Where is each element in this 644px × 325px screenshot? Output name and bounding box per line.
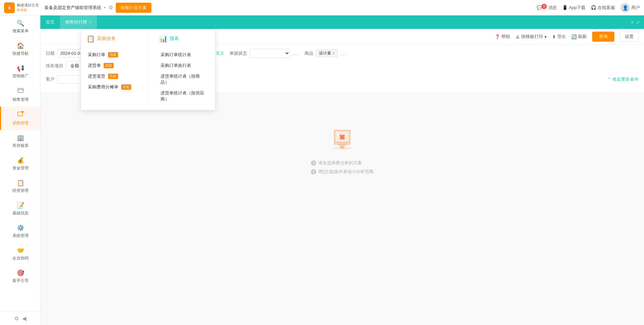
purchase-dropdown: 📋 采购业务 采购订单 历史 进货单 历史 进货退货 历史 采购费用分摊单 <box>81 29 215 110</box>
dropdown-item-inbound[interactable]: 进货单 历史 <box>86 60 137 71</box>
tab-close-icon[interactable]: × <box>89 20 92 25</box>
export-label: 导出 <box>557 34 566 40</box>
dropdown-label-purchase-order-stat: 采购订单统计表 <box>160 52 191 58</box>
print-label: 按模板打印 <box>521 34 543 40</box>
customer-label: 客户 <box>46 76 55 82</box>
sidebar-item-marketing[interactable]: 📢 营销推广 <box>0 60 40 83</box>
marketing-icon: 📢 <box>17 65 24 72</box>
sidebar-item-inventory[interactable]: 🏢 库存核算 <box>0 130 40 153</box>
sidebar-settings-btn[interactable]: ⚙ <box>14 315 19 322</box>
purchase-icon <box>17 111 24 119</box>
date-label: 日期 <box>46 50 55 56</box>
print-icon: 🖨 <box>515 34 520 39</box>
dropdown-purchase-title: 📋 采购业务 <box>86 35 137 45</box>
goods-tag: 设计素 × <box>316 49 338 57</box>
purchase-col-icon: 📋 <box>86 35 95 43</box>
sidebar-item-basic-info[interactable]: 📝 基础信息 <box>0 198 40 220</box>
dropdown-item-inbound-stat-supplier[interactable]: 进货单统计表（按供应商） <box>159 88 210 105</box>
dropdown-label-inbound: 进货单 <box>88 63 101 69</box>
app-download-label: App下载 <box>569 5 585 11</box>
sidebar-label-sales: 销售管理 <box>12 97 29 103</box>
dropdown-item-purchase-order-exec[interactable]: 采购订单执行表 <box>159 60 210 71</box>
sidebar-item-guide[interactable]: 🎯 新手引导 <box>0 265 40 288</box>
sidebar-item-operations[interactable]: 📋 经营管理 <box>0 175 40 198</box>
history-badge-3: 历史 <box>121 84 131 90</box>
doc-status-select[interactable] <box>250 49 290 58</box>
app-download-btn[interactable]: 📱 App下载 <box>562 5 585 11</box>
help-btn[interactable]: ❓ 帮助 <box>495 34 510 40</box>
collapse-filter-btn[interactable]: ⌃ 收起更多条件 <box>607 74 639 85</box>
logo-edition: 标准版 <box>17 8 39 12</box>
sidebar-label-inventory: 库存核算 <box>12 143 29 149</box>
refresh-icon: 🔄 <box>571 34 577 39</box>
title-dropdown-icon[interactable]: ▾ <box>104 6 106 9</box>
report-section-title: 报表 <box>170 36 179 42</box>
dropdown-label-expense: 采购费用分摊单 <box>88 84 118 90</box>
sidebar-item-system[interactable]: ⚙️ 系统管理 <box>0 220 40 243</box>
refresh-btn[interactable]: 🔄 刷新 <box>571 34 587 40</box>
logo-text-line1: 畅捷通好生意 <box>17 3 39 7</box>
collapse-icon: ⌃ <box>607 77 611 82</box>
settings-icon[interactable]: ⚙ <box>108 4 113 11</box>
svg-point-5 <box>22 111 24 113</box>
top-bar: 6 畅捷通好生意 标准版 装备及固定资产辅助管理系统 ▾ ⚙ 体验行业方案 💬 … <box>0 0 644 15</box>
window-maximize-btn[interactable]: ⤢ <box>636 20 640 25</box>
goods-dots[interactable]: ... <box>341 50 347 56</box>
operations-icon: 📋 <box>17 179 24 187</box>
dropdown-label-inbound-stat-goods: 进货单统计表（按商品） <box>160 73 209 85</box>
online-service-btn[interactable]: 🎧 在线客服 <box>591 5 615 11</box>
top-right: 💬 9 消息 📱 App下载 🎧 在线客服 👤 用户 <box>537 3 640 12</box>
print-dropdown-icon[interactable]: ▾ <box>544 34 547 39</box>
sidebar-item-search[interactable]: 🔍 搜索菜单 <box>0 15 40 38</box>
history-badge-1: 历史 <box>104 63 114 68</box>
empty-illustration <box>325 120 359 153</box>
user-btn[interactable]: 👤 用户 <box>620 3 640 12</box>
finance-icon: 💰 <box>17 157 24 164</box>
print-btn[interactable]: 🖨 按模板打印 ▾ <box>515 34 547 40</box>
export-icon: ⬆ <box>552 34 556 39</box>
tab-home[interactable]: 首页 <box>40 15 60 29</box>
tip-num-1: 1 <box>311 160 316 166</box>
query-button[interactable]: 查询 <box>592 32 614 42</box>
trial-button[interactable]: 体验行业方案 <box>116 3 151 13</box>
sidebar-label-search: 搜索菜单 <box>12 28 29 34</box>
sidebar-item-finance[interactable]: 💰 资金管理 <box>0 153 40 175</box>
dropdown-item-inbound-stat-goods[interactable]: 进货单统计表（按商品） <box>159 71 210 88</box>
sidebar-item-cooperation[interactable]: 🤝 企业协同 <box>0 243 40 265</box>
export-btn[interactable]: ⬆ 导出 <box>552 34 566 40</box>
goods-tag-close[interactable]: × <box>332 51 335 56</box>
sidebar-label-finance: 资金管理 <box>12 165 29 171</box>
tab-sales-ranking[interactable]: 销售排行榜 × <box>60 15 97 29</box>
goods-filter: 商品 设计素 × ... <box>305 49 347 57</box>
collapse-label: 收起更多条件 <box>612 76 639 82</box>
help-label: 帮助 <box>501 34 510 40</box>
dropdown-item-purchase-order[interactable]: 采购订单 历史 <box>86 49 137 60</box>
message-btn[interactable]: 💬 9 消息 <box>537 5 557 11</box>
sidebar-item-purchase[interactable]: 采购管理 <box>0 107 40 130</box>
tab-window-btns: × ⤢ <box>631 20 644 25</box>
dropdown-item-expense[interactable]: 采购费用分摊单 历史 <box>86 82 137 92</box>
dropdown-purchase-col: 📋 采购业务 采购订单 历史 进货单 历史 进货退货 历史 采购费用分摊单 <box>86 35 137 105</box>
window-close-btn[interactable]: × <box>631 20 634 25</box>
sidebar-item-quick-nav[interactable]: 🏠 快捷导航 <box>0 38 40 60</box>
search-icon: 🔍 <box>17 19 24 27</box>
settings-button[interactable]: 设置 <box>620 32 639 42</box>
rank-item-label: 排名项目 <box>46 63 63 69</box>
sidebar: 🔍 搜索菜单 🏠 快捷导航 📢 营销推广 销售管理 <box>0 15 40 325</box>
headset-icon: 🎧 <box>591 5 596 10</box>
sidebar-bottom: ⚙ ◀ <box>0 312 40 325</box>
doc-status-dots[interactable]: ... <box>293 50 299 56</box>
sidebar-collapse-btn[interactable]: ◀ <box>22 315 26 322</box>
dropdown-item-purchase-order-stat[interactable]: 采购订单统计表 <box>159 49 210 60</box>
history-badge-0: 历史 <box>108 52 118 57</box>
help-icon: ❓ <box>495 34 500 39</box>
sidebar-item-sales[interactable]: 销售管理 <box>0 83 40 107</box>
sidebar-label-guide: 新手引导 <box>12 278 29 284</box>
tab-sales-ranking-label: 销售排行榜 <box>65 19 87 25</box>
purchase-section-title: 采购业务 <box>97 36 116 42</box>
empty-tips: 1 请先选择要分析的方案 2 用[过滤]条件来缩小分析范围 <box>311 159 373 176</box>
dropdown-item-inbound-return[interactable]: 进货退货 历史 <box>86 71 137 82</box>
system-title-area: 装备及固定资产辅助管理系统 ▾ ⚙ 体验行业方案 <box>44 3 537 13</box>
tab-home-label: 首页 <box>46 19 55 25</box>
system-icon: ⚙️ <box>17 224 24 232</box>
